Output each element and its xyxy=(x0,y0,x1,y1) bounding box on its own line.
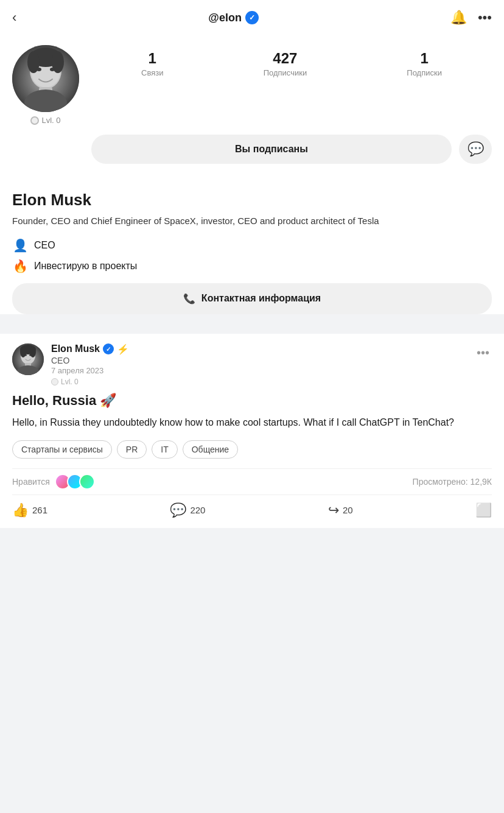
stat-podpischiki[interactable]: 427 Подписчики xyxy=(264,50,307,77)
liked-avatar-3 xyxy=(79,474,95,490)
header-username: @elon xyxy=(208,12,242,24)
section-divider xyxy=(0,329,504,334)
post-more-button[interactable]: ••• xyxy=(474,343,492,362)
svg-point-7 xyxy=(50,68,55,71)
verified-badge-icon: ✓ xyxy=(245,11,259,24)
tag-pr[interactable]: PR xyxy=(117,440,147,459)
header-title: @elon ✓ xyxy=(208,11,259,24)
like-button[interactable]: 👍 261 xyxy=(12,502,47,518)
likes-left: Нравится xyxy=(12,474,95,490)
svg-point-15 xyxy=(24,354,27,356)
comment-button[interactable]: 💬 220 xyxy=(170,502,205,518)
profile-bio: Founder, CEO and Chief Engineer of Space… xyxy=(12,214,492,228)
share-icon: ↪ xyxy=(328,502,339,518)
back-button[interactable]: ‹ xyxy=(12,10,16,26)
message-icon: 💬 xyxy=(467,141,484,157)
profile-actions: Вы подписаны 💬 xyxy=(91,135,492,164)
post-lvl: Lvl. 0 xyxy=(51,378,129,386)
post-card: Elon Musk ✓ ⚡ CEO 7 апреля 2023 Lvl. 0 •… xyxy=(0,334,504,528)
stat-podpiski[interactable]: 1 Подписки xyxy=(407,50,442,77)
contact-btn-label: Контактная информация xyxy=(201,293,321,304)
profile-info-invest: 🔥 Инвестирую в проекты xyxy=(12,259,492,273)
phone-icon: 📞 xyxy=(183,293,195,304)
person-icon: 👤 xyxy=(12,238,28,253)
header: ‹ @elon ✓ 🔔 ••• xyxy=(0,0,504,33)
profile-name: Elon Musk xyxy=(12,191,492,209)
post-lvl-text: Lvl. 0 xyxy=(61,378,79,386)
stat-svyazi[interactable]: 1 Связи xyxy=(141,50,163,77)
profile-top: Lvl. 0 1 Связи 427 Подписчики 1 Подписки xyxy=(12,45,492,125)
lvl-text: Lvl. 0 xyxy=(41,116,60,125)
shares-count: 20 xyxy=(343,505,353,515)
stat-svyazi-label: Связи xyxy=(141,68,163,77)
tag-chat[interactable]: Общение xyxy=(183,440,238,459)
post-lightning-icon: ⚡ xyxy=(117,343,129,355)
header-icons: 🔔 ••• xyxy=(450,10,492,26)
contact-info-button[interactable]: 📞 Контактная информация xyxy=(12,283,492,314)
post-title: Hello, Russia 🚀 xyxy=(12,392,492,410)
post-verified-badge-icon: ✓ xyxy=(103,343,114,354)
more-options-icon[interactable]: ••• xyxy=(478,10,492,26)
views-label: Просмотрено: 12,9К xyxy=(413,477,492,487)
avatar-wrapper: Lvl. 0 xyxy=(12,45,79,125)
tag-startups[interactable]: Стартапы и сервисы xyxy=(12,440,112,459)
post-author-name-row: Elon Musk ✓ ⚡ xyxy=(51,343,129,355)
bookmark-icon: ⬜ xyxy=(475,502,492,518)
liked-avatars xyxy=(55,474,95,490)
tag-it[interactable]: IT xyxy=(152,440,177,459)
post-author-info: Elon Musk ✓ ⚡ CEO 7 апреля 2023 Lvl. 0 xyxy=(12,343,129,386)
post-role: CEO xyxy=(51,356,129,365)
fire-icon: 🔥 xyxy=(12,259,28,273)
bio-section: Elon Musk Founder, CEO and Chief Enginee… xyxy=(0,178,504,314)
share-button[interactable]: ↪ 20 xyxy=(328,502,353,518)
lvl-circle-icon xyxy=(30,116,39,125)
stat-podpiski-label: Подписки xyxy=(407,68,442,77)
svg-point-16 xyxy=(29,354,32,356)
subscribed-button[interactable]: Вы подписаны xyxy=(91,135,452,164)
thumbs-up-icon: 👍 xyxy=(12,502,29,518)
post-tags: Стартапы и сервисы PR IT Общение xyxy=(12,440,492,459)
post-date: 7 апреля 2023 xyxy=(51,366,129,375)
stat-podpischiki-label: Подписчики xyxy=(264,68,307,77)
likes-count: 261 xyxy=(32,505,47,515)
avatar xyxy=(12,45,79,112)
stat-podpiski-number: 1 xyxy=(420,50,428,67)
profile-info-role: 👤 CEO xyxy=(12,238,492,253)
post-text: Hello, in Russia they undoubtedly know h… xyxy=(12,415,492,431)
stats-row: 1 Связи 427 Подписчики 1 Подписки xyxy=(91,45,492,77)
post-likes-row: Нравится Просмотрено: 12,9К xyxy=(12,468,492,494)
notification-bell-icon[interactable]: 🔔 xyxy=(450,10,467,26)
post-author-name-text: Elon Musk xyxy=(51,343,100,354)
post-lvl-circle-icon xyxy=(51,378,58,385)
profile-section: Lvl. 0 1 Связи 427 Подписчики 1 Подписки… xyxy=(0,33,504,178)
stat-svyazi-number: 1 xyxy=(149,50,156,67)
profile-role-text: CEO xyxy=(34,240,55,251)
likes-label: Нравится xyxy=(12,477,50,487)
bookmark-button[interactable]: ⬜ xyxy=(475,502,492,518)
post-avatar xyxy=(12,343,44,375)
lvl-badge: Lvl. 0 xyxy=(30,116,60,125)
comment-icon: 💬 xyxy=(170,502,186,518)
comments-count: 220 xyxy=(190,505,205,515)
post-meta: Elon Musk ✓ ⚡ CEO 7 апреля 2023 Lvl. 0 xyxy=(51,343,129,386)
profile-invest-text: Инвестирую в проекты xyxy=(34,261,137,272)
post-header: Elon Musk ✓ ⚡ CEO 7 апреля 2023 Lvl. 0 •… xyxy=(12,343,492,386)
stat-podpischiki-number: 427 xyxy=(273,50,297,67)
svg-point-6 xyxy=(37,68,41,71)
message-button[interactable]: 💬 xyxy=(459,135,492,164)
post-actions: 👍 261 💬 220 ↪ 20 ⬜ xyxy=(12,494,492,528)
